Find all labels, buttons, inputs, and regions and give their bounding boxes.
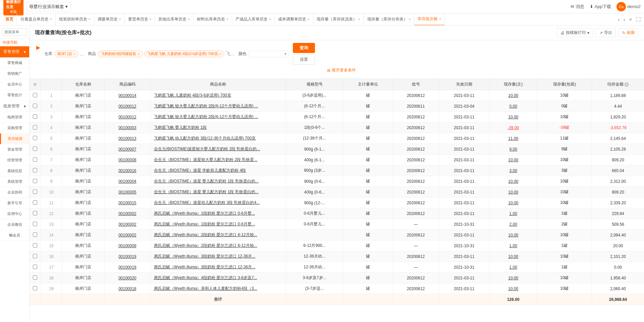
row-code-11[interactable]: 00100002 <box>104 208 150 219</box>
row-check-17[interactable] <box>30 273 41 283</box>
row-check-18[interactable] <box>30 283 41 294</box>
row-code-14[interactable]: 00100009 <box>104 240 150 251</box>
warehouse-tag-nanan[interactable]: 南岸门店 × <box>54 50 78 57</box>
row-code-10[interactable]: 00100015 <box>104 198 150 208</box>
row-check-15[interactable] <box>30 251 41 262</box>
sidebar-item-retail-stats[interactable]: 零售统计 <box>0 90 29 101</box>
row-code-13[interactable]: 00100002 <box>104 230 150 240</box>
sidebar-item-enterprise[interactable]: 企业协同 <box>0 187 29 198</box>
row-code-1[interactable]: 00100012 <box>104 101 150 112</box>
tab-fullscreen-btn[interactable]: ⛶ <box>635 17 642 22</box>
sidebar-item-app-center[interactable]: 应用中心 <box>0 209 29 219</box>
row-stock-main-18[interactable]: 10.00 <box>489 283 537 294</box>
warehouse-filter-dots[interactable]: ... <box>80 51 84 57</box>
row-check-12[interactable] <box>30 219 41 230</box>
product-tag-feihefn3[interactable]: 飞鹤奶粉3段丙罐提装 × <box>98 50 143 57</box>
row-stock-main-17[interactable]: 10.00 <box>489 273 537 283</box>
warehouse-tag-nanan-close[interactable]: × <box>73 52 75 56</box>
row-check-0[interactable] <box>30 90 41 101</box>
tab-zuzhang[interactable]: 组装拆卸单历史 × <box>56 13 94 25</box>
product-tag-feihefn700[interactable]: 飞鹤星飞帆 儿童奶粉 4段(3-6岁适用) 700克 × <box>144 50 224 57</box>
row-code-17[interactable]: 00100020 <box>104 273 150 283</box>
row-check-13[interactable] <box>30 230 41 240</box>
row-stock-main-1[interactable]: 0.00 <box>489 101 537 112</box>
row-check-6[interactable] <box>30 155 41 165</box>
row-check-1[interactable] <box>30 101 41 112</box>
row-code-6[interactable]: 00100008 <box>104 155 150 165</box>
row-name-17[interactable]: 惠氏启赋（Wyeth illuma）4段奶粉 爱尔兰进口 3-6岁及7... <box>150 273 286 283</box>
row-check-7[interactable] <box>30 165 41 176</box>
row-stock-main-3[interactable]: -39.00 <box>489 122 537 133</box>
sidebar-item-purchase-mgmt[interactable]: 采购管理 <box>0 123 29 133</box>
sidebar-item-ecommerce[interactable]: 电商管理 <box>0 112 29 123</box>
row-code-18[interactable]: 00100018 <box>104 283 150 294</box>
row-code-4[interactable]: 00100013 <box>104 133 150 144</box>
sidebar-item-inventory[interactable]: 库存核算 <box>0 133 29 144</box>
row-stock-main-5[interactable]: 9.00 <box>489 144 537 155</box>
tab-cailiao[interactable]: 材料出库单历史 × <box>194 13 232 25</box>
row-name-10[interactable]: 合生元（BIOSTIME）派星幼儿配方奶粉 3段 乳铁蛋白的4... <box>150 198 286 208</box>
tab-chengben-close[interactable]: × <box>308 17 310 21</box>
row-check-16[interactable] <box>30 262 41 273</box>
row-code-12[interactable]: 00100002 <box>104 219 150 230</box>
row-stock-main-15[interactable]: 10.00 <box>489 251 537 262</box>
sidebar-item-new-guide[interactable]: 新手引导 <box>0 198 29 209</box>
tab-kucun-pici-close[interactable]: × <box>439 17 441 21</box>
row-name-5[interactable]: 合生元(BIOSTIME)派星较大婴儿配方奶粉 2段 乳铁蛋白的... <box>150 144 286 155</box>
tab-chanpin[interactable]: 产成品入库单历史 × <box>232 13 275 25</box>
row-stock-main-10[interactable]: 10.00 <box>489 198 537 208</box>
row-check-5[interactable] <box>30 144 41 155</box>
product-tag-feihefn700-close[interactable]: × <box>219 52 221 56</box>
row-stock-main-16[interactable]: 1.00 <box>489 262 537 273</box>
row-name-2[interactable]: 飞鹤星飞帆 较大婴儿配方奶粉 2段(6-12个月婴幼儿适用) ... <box>150 112 286 122</box>
row-name-4[interactable]: 飞鹤星飞帆 幼儿配方奶粉 3段(12-36个月幼儿适用) 700克 <box>150 133 286 144</box>
row-check-11[interactable] <box>30 208 41 219</box>
row-check-10[interactable] <box>30 198 41 208</box>
row-name-15[interactable]: 惠氏启赋（Wyeth illuma）3段奶粉 爱尔兰进口 12-36月... <box>150 251 286 262</box>
sidebar-item-member-center[interactable]: 会员中心 <box>0 79 29 90</box>
row-check-9[interactable] <box>30 187 41 198</box>
sidebar-item-marketing[interactable]: 营销推广 <box>0 68 29 79</box>
row-code-9[interactable]: 00100005 <box>104 187 150 198</box>
row-name-13[interactable]: 惠氏启赋（Wyeth illuma）2段奶粉 爱尔兰进口 6-12月较... <box>150 230 286 240</box>
sidebar-item-enterprise-wechat[interactable]: 企业微信 <box>0 219 29 230</box>
sidebar-item-operations[interactable]: 经营管理 <box>0 155 29 166</box>
row-check-3[interactable] <box>30 122 41 133</box>
row-name-11[interactable]: 惠氏启赋（Wyeth illuma）1段奶粉 爱尔兰进口 0-6月婴... <box>150 208 286 219</box>
row-code-2[interactable]: 00100012 <box>104 112 150 122</box>
quick-nav-label[interactable]: 快捷导航 <box>0 39 29 46</box>
tab-close-btn[interactable]: × <box>628 17 633 22</box>
row-name-12[interactable]: 惠氏启赋（Wyeth illuma）1段奶粉 爱尔兰进口 0-6月婴... <box>150 219 286 230</box>
tab-diaobo-close[interactable]: × <box>119 17 121 21</box>
tab-xiancunzhuang-close[interactable]: × <box>358 17 360 21</box>
row-name-8[interactable]: 合生元（BIOSTIME）派星 婴儿配方奶粉 1段 乳铁蛋白的... <box>150 176 286 187</box>
row-stock-main-11[interactable]: 1.00 <box>489 208 537 219</box>
tab-xiancunfen[interactable]: 现存量（库存分布表） × <box>364 13 415 25</box>
row-name-9[interactable]: 合生元（BIOSTIME）派星 婴儿配方奶粉 1段 乳铁蛋白的... <box>150 187 286 198</box>
row-name-16[interactable]: 惠氏启赋（Wyeth illuma）3段奶粉 爱尔兰进口 12-36月... <box>150 262 286 273</box>
industry-selector[interactable]: 母婴行业演示账套 ▾ <box>26 2 71 11</box>
tab-yaohuo[interactable]: 要货单历史 × <box>125 13 155 25</box>
tab-kucun-pici[interactable]: 库存批次账 × <box>414 13 445 25</box>
row-stock-main-2[interactable]: 10.00 <box>489 112 537 122</box>
row-name-0[interactable]: 飞鹤星飞帆 儿童奶粉 4段(3-6岁适用) 700克 <box>150 90 286 101</box>
row-stock-main-0[interactable]: 10.00 <box>489 90 537 101</box>
sidebar-item-wholesale-mgmt[interactable]: 批发管理 ▾ <box>0 101 29 112</box>
row-code-15[interactable]: 00100019 <box>104 251 150 262</box>
row-code-3[interactable]: 00100003 <box>104 122 150 133</box>
tab-xiancunzhuang[interactable]: 现存量（库存状况表） × <box>313 13 364 25</box>
tab-chanpin-close[interactable]: × <box>269 17 271 21</box>
row-check-2[interactable] <box>30 112 41 122</box>
row-name-3[interactable]: 飞鹤星飞帆 婴儿配方奶粉 1段 <box>150 122 286 133</box>
tab-chuku-close[interactable]: × <box>188 17 190 21</box>
row-code-7[interactable]: 00100016 <box>104 165 150 176</box>
sidebar-item-retail-mgmt[interactable]: 零售管理 ▾ <box>0 46 29 58</box>
search-btn[interactable]: 查询 <box>293 43 315 53</box>
filter-expand-arrow[interactable]: ▶ <box>35 43 42 52</box>
user-avatar-area[interactable]: Ea demo2 <box>616 2 641 11</box>
tab-chengben[interactable]: 成本调整单历史 × <box>275 13 313 25</box>
row-code-16[interactable]: 00100019 <box>104 262 150 273</box>
refresh-btn[interactable]: ↻ 刷新 <box>619 28 639 37</box>
tab-yaohuo-close[interactable]: × <box>150 17 152 21</box>
row-stock-main-4[interactable]: 11.00 <box>489 133 537 144</box>
